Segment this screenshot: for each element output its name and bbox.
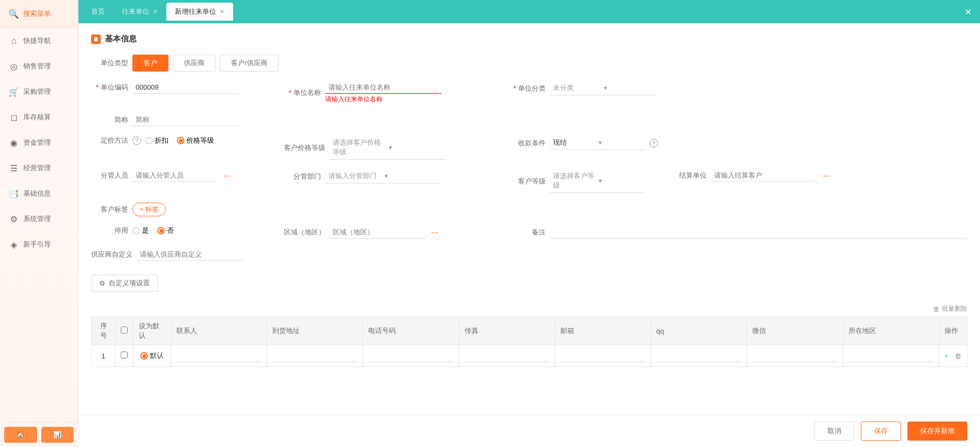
custom-settings-button[interactable]: ⚙ 自定义项设置 [91,275,158,292]
customer-price-level-select[interactable]: 请选择客户价格等级 ▾ [329,136,446,160]
batch-delete-bar: 🗑 批量删除 [91,304,967,313]
region-field: 区域（地区） ··· [284,226,496,239]
close-partners-tab-icon[interactable]: ✕ [153,8,158,15]
radio-yes[interactable]: 是 [132,226,149,235]
sidebar-bottom-btn2[interactable]: 📊 [41,427,74,443]
disabled-radio-group: 是 否 [132,226,174,235]
sidebar-label: 新手引导 [23,240,51,249]
save-and-new-button[interactable]: 保存并新增 [907,422,967,441]
sidebar-item-sales[interactable]: ◎ 销售管理 [0,54,78,79]
payment-terms-label: 收款条件 [509,138,546,148]
department-select[interactable]: 请输入分管部门 ▾ [325,169,442,183]
tab-new-partner-label: 新增往来单位 [175,7,216,16]
area-input[interactable] [849,349,933,362]
sidebar-bottom-btn1[interactable]: 🏠 [4,427,37,443]
region-dots-button[interactable]: ··· [429,229,441,236]
col-action: 操作 [939,317,967,345]
col-wechat: 微信 [747,317,843,345]
sidebar-label: 库存核算 [23,112,51,122]
settlement-unit-input[interactable] [711,169,817,182]
sidebar-label: 系统管理 [23,214,51,224]
tab-partners[interactable]: 往来单位 ✕ [113,3,166,21]
close-new-partner-tab-icon[interactable]: ✕ [219,8,225,15]
unit-category-select[interactable]: 未分类 ▾ [550,81,656,95]
contact-input[interactable] [176,349,261,362]
select-all-checkbox[interactable] [121,327,128,334]
sidebar-item-new-guide[interactable]: ◈ 新手引导 [0,232,78,257]
row-delete-button[interactable]: 🗑 [955,352,961,360]
table-row: 1 默认 [92,345,967,367]
department-field: 分管部门 请输入分管部门 ▾ [284,169,496,183]
tab-new-partner[interactable]: 新增往来单位 ✕ [166,3,233,21]
type-btn-both[interactable]: 客户/供应商 [220,55,279,72]
manager-row: 分管人员 ··· 分管部门 请输入分管部门 ▾ 客户等级 请选择客户等级 ▾ [91,169,967,193]
short-name-label: 简称 [91,115,128,125]
batch-delete-button[interactable]: 🗑 批量删除 [933,304,967,313]
radio-no-circle [157,227,165,234]
pricing-help-icon[interactable]: ? [132,136,141,145]
manager-field: 分管人员 ··· [91,169,271,182]
unit-name-field: 单位名称 请输入往来单位名称 [284,81,496,104]
customer-price-level-placeholder: 请选择客户价格等级 [333,138,387,157]
guide-icon: ◈ [8,239,19,250]
sidebar-label: 经营管理 [23,163,51,173]
add-tag-button[interactable]: + 标签 [132,203,166,216]
region-input[interactable] [329,226,425,239]
short-name-input[interactable] [132,113,238,126]
tab-partners-label: 往来单位 [122,7,149,16]
pricing-row: 定价方法 ? 折扣 价格等级 客户价格等级 请选择客户价格等级 [91,136,967,160]
type-btn-customer[interactable]: 客户 [132,55,168,72]
unit-name-input[interactable] [325,81,442,94]
radio-no[interactable]: 否 [157,226,174,235]
sidebar-search[interactable]: 🔍 搜索菜单 [0,0,78,28]
manager-dots-button[interactable]: ··· [221,172,233,180]
qq-input[interactable] [656,349,741,362]
sidebar-item-system[interactable]: ⚙ 系统管理 [0,206,78,232]
chevron-down-icon: ▾ [599,177,642,185]
unit-code-field: 单位编码 [91,81,271,94]
row-select-checkbox[interactable] [121,352,128,358]
manager-input[interactable] [132,169,217,182]
customer-level-select[interactable]: 请选择客户等级 ▾ [550,169,645,193]
radio-price-level[interactable]: 价格等级 [177,136,214,145]
sidebar-item-purchase[interactable]: 🛒 采购管理 [0,79,78,104]
sidebar: 🔍 搜索菜单 ⌂ 快捷导航 ◎ 销售管理 🛒 采购管理 ◻ 库存核算 ◉ 资金管… [0,0,78,447]
email-input[interactable] [560,349,645,362]
sidebar-item-quick-nav[interactable]: ⌂ 快捷导航 [0,28,78,54]
unit-code-input[interactable] [132,81,238,94]
disabled-region-row: 停用 是 否 区域（地区） ··· [91,226,967,239]
fax-input[interactable] [465,349,549,362]
unit-name-wrap: 请输入往来单位名称 [325,81,496,104]
supplier-custom-input[interactable] [137,248,243,261]
payment-help-icon[interactable]: ? [649,139,658,147]
col-default: 设为默认 [133,317,171,345]
unit-name-error: 请输入往来单位名称 [325,95,496,104]
unit-name-label: 单位名称 [284,88,321,98]
unit-category-label: 单位分类 [509,84,546,93]
address-input[interactable] [272,349,357,362]
pricing-method-label: 定价方法 [91,136,128,145]
sidebar-item-finance[interactable]: ◉ 资金管理 [0,130,78,155]
tab-home[interactable]: 首页 [83,3,113,21]
form-footer: 取消 保存 保存并新增 [78,415,980,447]
close-all-tabs-button[interactable]: ✕ [960,5,976,19]
tab-home-label: 首页 [91,7,105,16]
remark-input[interactable] [550,226,967,239]
cancel-button[interactable]: 取消 [814,422,854,441]
row-default: 默认 [133,345,171,367]
settlement-dots-button[interactable]: ··· [821,172,833,180]
sidebar-item-inventory[interactable]: ◻ 库存核算 [0,104,78,130]
row-default-radio[interactable]: 默认 [139,351,165,361]
wechat-input[interactable] [752,349,837,362]
sidebar-item-base-info[interactable]: 📑 基础信息 [0,181,78,206]
save-button[interactable]: 保存 [861,422,901,441]
disabled-field: 停用 是 否 [91,226,271,235]
phone-input[interactable] [368,349,453,362]
short-name-field: 简称 [91,113,271,126]
sidebar-item-operations[interactable]: ☰ 经营管理 [0,155,78,181]
row-add-button[interactable]: + [945,352,949,360]
disabled-label: 停用 [91,226,128,235]
payment-terms-select[interactable]: 现结 ▾ [550,136,645,150]
type-btn-supplier[interactable]: 供应商 [173,55,216,72]
radio-discount[interactable]: 折扣 [145,136,168,145]
